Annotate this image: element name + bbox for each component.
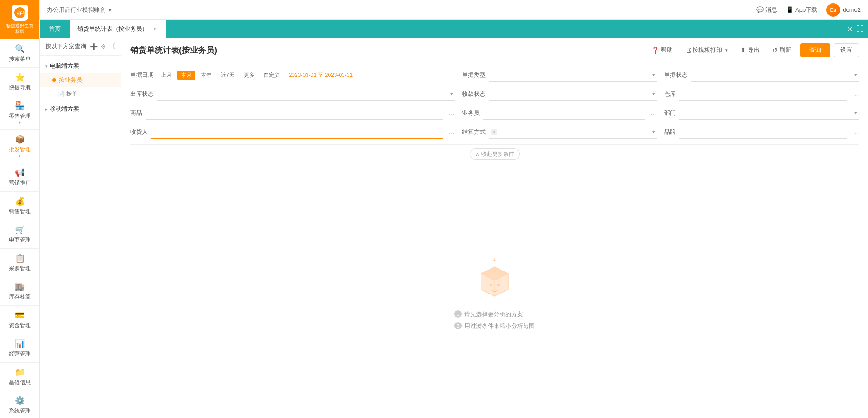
print-dropdown-arrow[interactable]: ▾ (723, 48, 728, 53)
app-logo[interactable]: 好生 畅捷通好生意 标版 (0, 0, 40, 39)
filter-row-2: 出库状态 ▾ 收款状态 ▾ 仓库 (130, 87, 859, 101)
goods-dots[interactable]: … (448, 109, 455, 117)
sidebar-item-ecommerce[interactable]: 🛒 电商管理 (0, 220, 39, 249)
panel-settings-btn[interactable]: ⚙ (100, 43, 106, 50)
tab-active[interactable]: 销货单统计表（按业务员） × (70, 20, 166, 38)
brand-label: 品牌 (664, 128, 676, 136)
sidebar-item-basic[interactable]: 📁 基础信息 (0, 363, 39, 391)
date-tabs: 上月 本月 本年 近7天 更多 自定义 (157, 71, 283, 80)
brand-input[interactable] (679, 125, 847, 139)
pay-status-select[interactable]: ▾ (489, 87, 657, 101)
salesman-dots[interactable]: … (651, 109, 657, 117)
sidebar-item-quick-nav[interactable]: ⭐ 快捷导航 (0, 68, 39, 96)
doc-type-select[interactable]: ▾ (489, 68, 657, 82)
print-label: 按模板打印 (693, 46, 722, 54)
tab-bar: 首页 销货单统计表（按业务员） × ✕ ⛶ (40, 20, 868, 38)
sidebar-item-wholesale[interactable]: 📦 批发管理 ▴ (0, 130, 39, 163)
sidebar-item-purchase[interactable]: 📋 采购管理 (0, 249, 39, 277)
sidebar-item-sales[interactable]: 💰 销售管理 (0, 192, 39, 220)
breadcrumb-arrow[interactable]: ▾ (108, 6, 112, 13)
avatar: Ea (826, 3, 840, 17)
date-tab-this-year[interactable]: 本年 (197, 71, 215, 80)
svg-point-5 (490, 284, 492, 286)
goods-input[interactable] (146, 106, 443, 120)
receiver-input[interactable] (151, 125, 443, 139)
main-area: 办公用品行业模拟账套 ▾ 💬 消息 📱 App下载 Ea demo2 首页 (40, 0, 868, 418)
collapse-btn[interactable]: ∧ 收起更多条件 (470, 148, 520, 160)
left-panel: 按以下方案查询 ➕ ⚙ 《 ▾ 电脑端方案 按业务员 📄 按单 (40, 38, 121, 418)
tab-close-btn[interactable]: × (151, 25, 159, 33)
sidebar-item-marketing[interactable]: 📢 营销推广 (0, 163, 39, 192)
panel-add-btn[interactable]: ➕ (90, 43, 98, 50)
tab-close-all-btn[interactable]: ✕ (847, 25, 853, 33)
sidebar-item-inventory[interactable]: 🏬 库存核算 (0, 277, 39, 306)
date-tab-more[interactable]: 更多 (240, 71, 258, 80)
tab-home[interactable]: 首页 (40, 20, 70, 38)
sidebar-item-finance[interactable]: 💳 资金管理 (0, 306, 39, 334)
app-download-btn[interactable]: 📱 App下载 (786, 6, 817, 14)
panel-collapse-btn[interactable]: 《 (109, 43, 115, 51)
msg-btn[interactable]: 💬 消息 (756, 6, 777, 14)
tab-maximize-btn[interactable]: ⛶ (856, 25, 863, 33)
sidebar-item-label: 批发管理 (9, 146, 31, 153)
warehouse-dots[interactable]: … (853, 90, 859, 98)
sidebar-item-operation[interactable]: 📊 经营管理 (0, 334, 39, 363)
sidebar-item-system[interactable]: ⚙️ 系统管理 (0, 391, 39, 418)
collapse-icon: ∧ (476, 151, 480, 157)
settlement-arrow[interactable]: ▾ (652, 129, 655, 135)
help-icon: ❓ (651, 47, 659, 54)
filter-pay-status: 收款状态 ▾ (462, 87, 657, 101)
sidebar-item-retail[interactable]: 🏪 零售管理 ▾ (0, 96, 39, 130)
sidebar-item-label: 资金管理 (9, 322, 31, 329)
date-tab-this-month[interactable]: 本月 (177, 71, 195, 80)
date-tab-custom[interactable]: 自定义 (260, 71, 283, 80)
receiver-label: 收货人 (130, 128, 148, 136)
chevron-down-icon: ▾ (19, 120, 21, 125)
date-tab-last-month[interactable]: 上月 (157, 71, 175, 80)
warehouse-label: 仓库 (664, 90, 676, 98)
section-mobile-title[interactable]: ▸ 移动端方案 (40, 102, 121, 116)
panel-section-desktop: ▾ 电脑端方案 按业务员 📄 按单 ▸ 移动端方案 (40, 56, 121, 119)
right-panel: 销货单统计表(按业务员) ❓ 帮助 🖨 按模板打印 ▾ ⬆ 导出 (121, 38, 868, 418)
dept-arrow: ▾ (854, 110, 857, 116)
filter-doc-status: 单据状态 ▾ (664, 68, 859, 82)
tag-x-btn[interactable]: × (493, 129, 495, 134)
sidebar-item-search[interactable]: 🔍 搜索菜单 (0, 39, 39, 68)
collapse-label: 收起更多条件 (481, 150, 514, 158)
refresh-label: 刷新 (779, 46, 791, 54)
goods-label: 商品 (130, 109, 142, 117)
out-status-select[interactable]: ▾ (157, 87, 455, 101)
user-menu[interactable]: Ea demo2 (826, 3, 861, 17)
empty-tip-1: 1 请先选择要分析的方案 (454, 310, 535, 318)
settings-btn[interactable]: 设置 (834, 43, 859, 57)
marketing-icon: 📢 (15, 168, 25, 178)
out-status-label: 出库状态 (130, 90, 154, 98)
date-tab-7days[interactable]: 近7天 (217, 71, 238, 80)
tab-active-label: 销货单统计表（按业务员） (77, 25, 148, 33)
query-btn[interactable]: 查询 (800, 43, 830, 57)
section-desktop-title[interactable]: ▾ 电脑端方案 (40, 59, 121, 73)
msg-label: 消息 (765, 6, 777, 14)
export-btn[interactable]: ⬆ 导出 (737, 44, 763, 56)
wholesale-icon: 📦 (15, 134, 25, 144)
sidebar: 好生 畅捷通好生意 标版 🔍 搜索菜单 ⭐ 快捷导航 🏪 零售管理 ▾ 📦 批发… (0, 0, 40, 418)
print-btn[interactable]: 🖨 按模板打印 ▾ (682, 44, 731, 56)
panel-item-by-salesman[interactable]: 按业务员 (40, 73, 121, 87)
salesman-input[interactable] (483, 106, 645, 120)
doc-icon: 📄 (58, 91, 65, 97)
sidebar-item-label: 采购管理 (9, 265, 31, 272)
svg-marker-8 (493, 258, 496, 261)
filter-goods: 商品 … (130, 106, 455, 120)
help-btn[interactable]: ❓ 帮助 (648, 44, 676, 56)
warehouse-input[interactable] (679, 87, 847, 101)
settlement-tag: × (491, 129, 497, 135)
brand-dots[interactable]: … (853, 128, 859, 136)
panel-item-by-doc[interactable]: 📄 按单 (40, 87, 121, 100)
refresh-btn[interactable]: ↺ 刷新 (769, 44, 795, 56)
doc-status-arrow: ▾ (854, 72, 857, 78)
doc-status-select[interactable]: ▾ (691, 68, 859, 82)
receiver-dots[interactable]: … (448, 128, 455, 136)
export-icon: ⬆ (741, 47, 746, 54)
dept-select[interactable]: ▾ (679, 106, 859, 120)
retail-icon: 🏪 (15, 101, 25, 111)
